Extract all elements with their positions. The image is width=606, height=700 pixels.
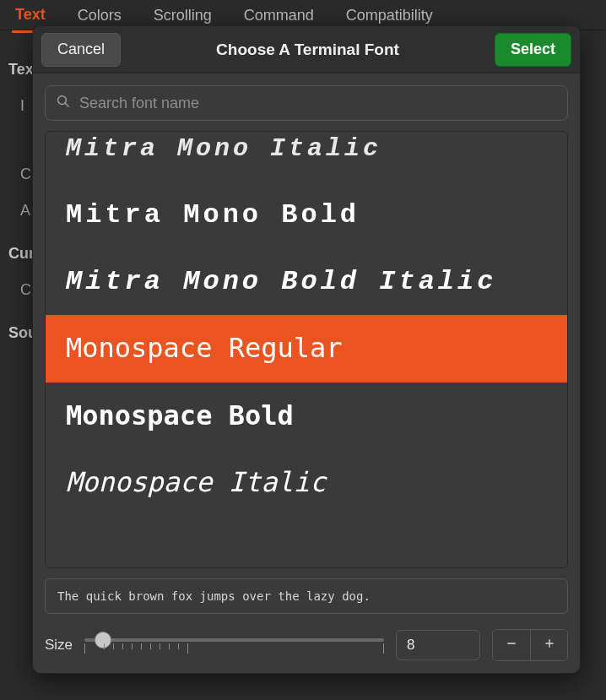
slider-track — [84, 638, 384, 642]
minus-icon — [505, 637, 518, 654]
font-list[interactable]: Mitra Mono ItalicMitra Mono BoldMitra Mo… — [45, 131, 568, 568]
cancel-button[interactable]: Cancel — [41, 33, 121, 67]
dialog-content: Mitra Mono ItalicMitra Mono BoldMitra Mo… — [33, 73, 580, 673]
font-item[interactable]: Monospace Bold — [46, 383, 567, 449]
font-item[interactable]: Mitra Mono Italic — [46, 132, 567, 182]
font-item[interactable]: Monospace Regular — [46, 315, 567, 382]
size-slider[interactable] — [84, 631, 384, 659]
font-item[interactable]: Mitra Mono Bold Italic — [46, 248, 567, 315]
font-preview: The quick brown fox jumps over the lazy … — [45, 578, 568, 614]
dialog-title: Choose A Terminal Font — [216, 41, 399, 59]
plus-icon — [543, 637, 556, 654]
size-label: Size — [45, 637, 73, 654]
search-field[interactable] — [45, 85, 568, 121]
svg-line-1 — [65, 103, 69, 107]
select-button[interactable]: Select — [495, 33, 571, 67]
font-item[interactable]: Monospace Italic — [46, 449, 567, 516]
size-value-field[interactable]: 8 — [396, 630, 480, 660]
size-increase-button[interactable] — [530, 630, 567, 660]
slider-ticks — [84, 643, 384, 655]
size-stepper — [492, 629, 568, 661]
font-chooser-dialog: Cancel Choose A Terminal Font Select Mit… — [32, 25, 581, 674]
search-input[interactable] — [79, 95, 557, 112]
dialog-titlebar: Cancel Choose A Terminal Font Select — [33, 26, 580, 73]
search-icon — [56, 94, 71, 112]
svg-point-0 — [58, 96, 67, 105]
size-decrease-button[interactable] — [493, 630, 530, 660]
font-item[interactable]: Mitra Mono Bold — [46, 182, 567, 248]
size-row: Size 8 — [45, 629, 568, 661]
